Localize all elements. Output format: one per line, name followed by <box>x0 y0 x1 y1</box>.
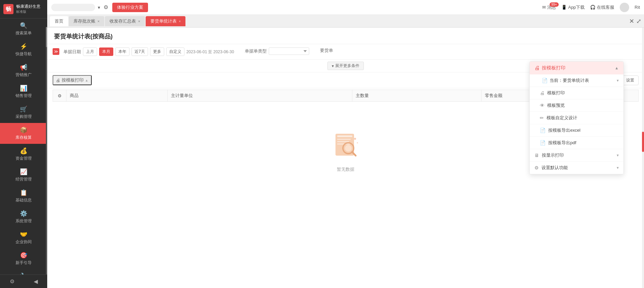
date-btn-7days[interactable]: 近7天 <box>131 47 148 56</box>
template-print-icon: 🖨 <box>540 90 545 96</box>
filter-bar: ≫ 单据日期 上月 本月 本年 近7天 更多 自定义 2023-06-01 至 … <box>47 44 644 60</box>
sidebar-item-purchase[interactable]: 🛒 采购管理 <box>0 102 47 123</box>
dropdown-header[interactable]: 🖨 按模板打印 ▲ <box>530 62 623 74</box>
sales-icon: 📊 <box>20 85 27 92</box>
date-btn-current-year[interactable]: 本年 <box>115 47 129 56</box>
sidebar-item-basic-info[interactable]: 📋 基础信息 <box>0 186 47 206</box>
display-print-chevron: ▾ <box>617 153 619 158</box>
expand-more-btn[interactable]: ▾ 展开更多条件 <box>327 62 364 70</box>
volume-bottom-icon[interactable]: ◀ <box>34 278 38 285</box>
search-icon: 🔍 <box>20 22 27 29</box>
sidebar-item-inventory[interactable]: 📦 库存核算 <box>0 123 47 144</box>
type-filter-select[interactable] <box>269 47 309 55</box>
svg-rect-4 <box>337 143 350 145</box>
set-default-icon: ⚙ <box>534 165 539 170</box>
right-scrollbar[interactable] <box>642 28 644 288</box>
table-header-settings[interactable]: ⚙ <box>53 90 66 102</box>
logo-icon: 畅 <box>3 4 13 14</box>
search-input[interactable] <box>51 4 95 11</box>
sidebar-item-system[interactable]: ⚙️ 系统管理 <box>0 206 47 227</box>
table-settings-icon[interactable]: ⚙ <box>58 93 62 98</box>
username: Rit <box>635 5 640 10</box>
operations-icon: 📈 <box>20 168 27 175</box>
tab-batch-accounts-close[interactable]: × <box>97 19 99 23</box>
sidebar-item-label: 经营管理 <box>16 177 32 182</box>
svg-rect-2 <box>337 139 351 140</box>
guide-icon: 🎯 <box>20 252 27 259</box>
sidebar-item-search[interactable]: 🔍 搜索菜单 <box>0 19 47 39</box>
tab-home[interactable]: 首页 <box>50 16 68 26</box>
sidebar-item-operations[interactable]: 📈 经营管理 <box>0 165 47 186</box>
sidebar-item-finance[interactable]: 💰 资金管理 <box>0 144 47 165</box>
template-design-label: 模板自定义设计 <box>547 115 577 121</box>
export-pdf-label: 按模板导出pdf <box>548 140 576 146</box>
date-btn-custom[interactable]: 自定义 <box>166 47 184 56</box>
export-excel-icon: 📄 <box>540 128 546 133</box>
template-print-btn[interactable]: 🖨 按模板打印 ▲ <box>53 75 92 85</box>
tab-order-stats-close[interactable]: × <box>179 19 181 23</box>
sidebar-logo: 畅 畅康通好生意 标准版 <box>0 0 47 19</box>
right-scrollbar-thumb <box>642 132 644 152</box>
template-print-label: 模板打印 <box>547 90 565 96</box>
system-icon: ⚙️ <box>20 210 27 217</box>
table-header-quantity: 主数量 <box>352 90 481 102</box>
tab-collection-summary-close[interactable]: × <box>138 19 140 23</box>
online-service-item[interactable]: 🎧 在线客服 <box>590 4 614 10</box>
tab-order-stats[interactable]: 要货单统计表 × <box>146 16 185 26</box>
dropdown-display-print[interactable]: 🖥 按显示打印 ▾ <box>530 149 623 162</box>
tab-maximize-btn[interactable]: ⤢ <box>636 18 641 25</box>
date-btn-more[interactable]: 更多 <box>150 47 164 56</box>
settings-icon[interactable]: ⚙ <box>104 4 108 10</box>
tab-collection-summary[interactable]: 收发存汇总表 × <box>105 16 145 26</box>
date-filter-group: 单据日期 上月 本月 本年 近7天 更多 自定义 2023-06-01 至 20… <box>63 47 234 56</box>
experience-btn[interactable]: 体验行业方案 <box>112 3 148 12</box>
empty-text: 暂无数据 <box>337 166 354 172</box>
messages-item[interactable]: ✉ 消息 99+ <box>542 4 556 10</box>
topbar-actions: ✉ 消息 99+ 📱 App下载 🎧 在线客服 Rit <box>542 3 640 12</box>
settings-btn[interactable]: 设置 <box>622 75 639 85</box>
date-btn-last-month[interactable]: 上月 <box>83 47 97 56</box>
sidebar-item-marketing[interactable]: 📢 营销推广 <box>0 60 47 81</box>
export-pdf-icon: 📄 <box>540 140 546 146</box>
tab-close-all-btn[interactable]: ✕ <box>629 18 634 25</box>
sidebar-item-label: 搜索菜单 <box>16 30 32 36</box>
dropdown-template-preview[interactable]: 👁 模板预览 <box>530 99 623 112</box>
tabbar-end: ✕ ⤢ <box>629 18 641 25</box>
date-range-display: 2023-06-01 至 2023-06-30 <box>186 49 234 55</box>
sidebar: 畅 畅康通好生意 标准版 🔍 搜索菜单 ⚡ 快捷导航 📢 营销推广 📊 销售管理… <box>0 0 47 288</box>
nav-dropdown-btn[interactable]: ▾ <box>98 5 100 10</box>
enterprise-icon: 🤝 <box>20 231 27 238</box>
tab-home-label: 首页 <box>55 18 63 24</box>
sidebar-item-label: 基础信息 <box>16 197 32 203</box>
sidebar-item-sales[interactable]: 📊 销售管理 <box>0 81 47 102</box>
sidebar-item-app-center[interactable]: 🔧 应用中心 <box>0 269 47 275</box>
filter-expand-icon[interactable]: ≫ <box>53 48 59 55</box>
tab-batch-accounts[interactable]: 库存批次账 × <box>69 16 104 26</box>
expand-more-label: 展开更多条件 <box>335 63 359 69</box>
settings-bottom-icon[interactable]: ⚙ <box>10 278 14 285</box>
template-preview-label: 模板预览 <box>547 102 565 108</box>
set-default-chevron: ▾ <box>617 165 619 170</box>
table-header-unit: 主计量单位 <box>167 90 352 102</box>
date-btn-current-month[interactable]: 本月 <box>99 47 113 56</box>
quick-nav-icon: ⚡ <box>20 43 27 50</box>
type-filter-group: 单据单类型 <box>245 47 309 55</box>
dropdown-template-print[interactable]: 🖨 模板打印 <box>530 87 623 99</box>
avatar[interactable] <box>620 3 629 12</box>
app-download-item[interactable]: 📱 App下载 <box>561 4 585 10</box>
sidebar-item-label: 系统管理 <box>16 218 32 224</box>
dropdown-current-template[interactable]: 📄 当前：要货单统计表 ▾ <box>530 74 623 87</box>
display-print-icon: 🖥 <box>534 153 539 158</box>
sidebar-item-enterprise[interactable]: 🤝 企业协同 <box>0 227 47 248</box>
dropdown-export-pdf[interactable]: 📄 按模板导出pdf <box>530 137 623 149</box>
dropdown-set-default[interactable]: ⚙ 设置默认功能 ▾ <box>530 162 623 174</box>
sidebar-item-label: 企业协同 <box>16 239 32 245</box>
dropdown-chevron[interactable]: ▲ <box>615 66 619 70</box>
sidebar-item-guide[interactable]: 🎯 新手引导 <box>0 248 47 269</box>
svg-point-9 <box>357 142 358 143</box>
dropdown-template-design[interactable]: ✏ 模板自定义设计 <box>530 112 623 124</box>
sidebar-item-quick-nav[interactable]: ⚡ 快捷导航 <box>0 39 47 60</box>
display-print-label: 按显示打印 <box>542 152 564 158</box>
dropdown-export-excel[interactable]: 📄 按模板导出excel <box>530 124 623 137</box>
dropdown-print-icon: 🖨 <box>534 65 540 71</box>
